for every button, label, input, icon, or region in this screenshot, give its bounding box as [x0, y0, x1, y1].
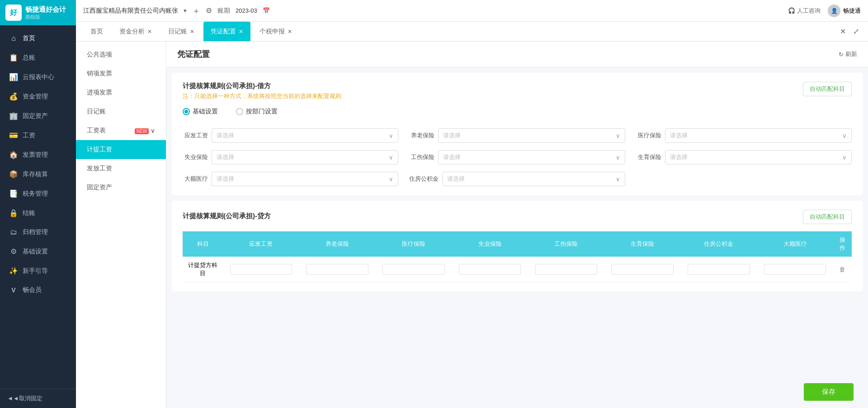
radio-dept-label: 按部门设置 [246, 108, 278, 116]
home-icon: ⌂ [9, 34, 18, 42]
chevron-down-icon: ∨ [389, 132, 393, 139]
chevron-down-icon: ∨ [616, 176, 620, 183]
settings-icon: ⚙ [9, 247, 18, 256]
page-header: 凭证配置 ↻ 刷新 [166, 42, 868, 67]
sidebar-item-home[interactable]: ⌂ 首页 [0, 29, 76, 48]
sidebar-item-invoice[interactable]: 🏠 发票管理 [0, 145, 76, 164]
settings-gear-icon[interactable]: ⚙ [206, 6, 212, 15]
chevron-down-icon: ∨ [842, 154, 847, 161]
input-医疗保险[interactable] [382, 264, 444, 275]
select-医疗保险[interactable]: 请选择 ∨ [665, 128, 852, 143]
left-menu-journal[interactable]: 日记账 [76, 102, 166, 121]
label-养老保险: 养老保险 [409, 131, 434, 140]
input-养老保险[interactable] [306, 264, 368, 275]
label-住房公积金: 住房公积金 [409, 175, 439, 183]
close-tab-button[interactable]: ✕ [838, 25, 848, 38]
sidebar-item-funds[interactable]: 💰 资金管理 [0, 87, 76, 106]
sidebar-item-archive[interactable]: 🗂 归档管理 [0, 223, 76, 242]
radio-dept[interactable]: 按部门设置 [236, 108, 278, 116]
left-menu-pay-salary[interactable]: 发放工资 [76, 159, 166, 178]
sidebar-item-reports[interactable]: 📊 云报表中心 [0, 67, 76, 87]
left-menu-calc-salary[interactable]: 计提工资 [76, 140, 166, 159]
save-button[interactable]: 保存 [804, 383, 854, 401]
sidebar-item-member[interactable]: V 畅会员 [0, 281, 76, 300]
select-养老保险[interactable]: 请选择 ∨ [438, 128, 625, 143]
tab-tax-close[interactable]: ✕ [288, 28, 292, 35]
field-医疗保险: 医疗保险 请选择 ∨ [636, 128, 852, 143]
sidebar-item-ledger[interactable]: 📋 总账 [0, 48, 76, 67]
left-menu-fixed-assets[interactable]: 固定资产 [76, 178, 166, 197]
left-menu-salary-table[interactable]: 工资表 NEW ∨ [76, 121, 166, 140]
logo-sub: 旗舰版 [25, 14, 66, 20]
service-button[interactable]: 🎧 人工咨询 [788, 7, 821, 15]
th-应发工资: 应发工资 [223, 231, 299, 257]
select-应发工资-placeholder: 请选择 [217, 131, 234, 140]
input-大额医疗[interactable] [764, 264, 826, 275]
salary-icon: 💳 [9, 131, 18, 140]
refresh-button[interactable]: ↻ 刷新 [839, 50, 857, 58]
credit-title: 计提核算规则(公司承担)-贷方 [183, 212, 271, 220]
sidebar-label-salary: 工资 [23, 131, 35, 140]
debit-auto-match-button[interactable]: 自动匹配科目 [803, 82, 852, 96]
select-住房公积金[interactable]: 请选择 ∨ [442, 172, 625, 186]
cell-失业保险 [452, 257, 528, 282]
delete-row-icon[interactable]: 🗑 [839, 266, 845, 273]
credit-auto-match-button[interactable]: 自动匹配科目 [803, 210, 852, 224]
tab-voucher[interactable]: 凭证配置 ✕ [203, 22, 250, 41]
cell-医疗保险 [376, 257, 452, 282]
tab-voucher-close[interactable]: ✕ [239, 28, 243, 35]
input-工伤保险[interactable] [535, 264, 597, 275]
input-应发工资[interactable] [230, 264, 292, 275]
left-menu-public[interactable]: 公共选项 [76, 45, 166, 64]
table-row: 计提贷方科目 🗑 [183, 257, 852, 282]
debit-section: 计提核算规则(公司承担)-借方 注：只能选择一种方式，系统将按照您当前的选择来配… [172, 73, 863, 195]
sidebar-label-assets: 固定资产 [23, 112, 48, 120]
maximize-tab-button[interactable]: ⤢ [851, 25, 861, 38]
tab-tax[interactable]: 个税申报 ✕ [252, 22, 299, 41]
closing-icon: 🔒 [9, 209, 18, 217]
company-dropdown-icon[interactable]: ▾ [184, 7, 187, 14]
input-失业保险[interactable] [459, 264, 521, 275]
main-area: 江西服宝精品有限责任公司内账张 ▾ ＋ ⚙ 账期 2023-03 📅 🎧 人工咨… [76, 0, 868, 408]
credit-table: 科目 应发工资 养老保险 医疗保险 失业保险 工伤保险 生育保险 住房公积金 大… [183, 231, 852, 282]
select-应发工资[interactable]: 请选择 ∨ [212, 128, 398, 143]
radio-basic-circle [183, 108, 190, 115]
tab-journal-close[interactable]: ✕ [190, 28, 194, 35]
tab-journal[interactable]: 日记账 ✕ [161, 22, 202, 41]
tab-funds[interactable]: 资金分析 ✕ [112, 22, 159, 41]
chevron-down-icon: ∨ [616, 154, 620, 161]
select-失业保险[interactable]: 请选择 ∨ [212, 150, 398, 164]
select-失业保险-placeholder: 请选择 [217, 153, 234, 161]
add-company-icon[interactable]: ＋ [192, 5, 200, 16]
sidebar-item-settings[interactable]: ⚙ 基础设置 [0, 242, 76, 261]
tab-funds-close[interactable]: ✕ [147, 28, 152, 35]
chevron-down-icon: ∨ [616, 132, 620, 139]
sidebar-item-inventory[interactable]: 📦 库存核算 [0, 164, 76, 184]
service-label: 人工咨询 [797, 7, 821, 15]
chevron-down-icon: ∨ [842, 132, 847, 139]
user-menu[interactable]: 👤 畅捷通 [828, 5, 861, 17]
th-生育保险: 生育保险 [604, 231, 681, 257]
select-生育保险[interactable]: 请选择 ∨ [665, 150, 852, 164]
field-应发工资: 应发工资 请选择 ∨ [183, 128, 398, 143]
sidebar-item-tax[interactable]: 📑 税务管理 [0, 184, 76, 203]
left-menu-sales[interactable]: 销项发票 [76, 64, 166, 83]
credit-section: 计提核算规则(公司承担)-贷方 自动匹配科目 科目 应发工资 养老保险 医疗保险… [172, 201, 863, 291]
tab-home[interactable]: 首页 [83, 22, 110, 41]
topbar: 江西服宝精品有限责任公司内账张 ▾ ＋ ⚙ 账期 2023-03 📅 🎧 人工咨… [76, 0, 868, 22]
input-住房公积金[interactable] [688, 264, 750, 275]
input-生育保险[interactable] [611, 264, 673, 275]
select-大额医疗[interactable]: 请选择 ∨ [212, 172, 398, 186]
select-工伤保险[interactable]: 请选择 ∨ [438, 150, 625, 164]
sidebar-item-closing[interactable]: 🔒 结账 [0, 203, 76, 223]
sidebar-item-assets[interactable]: 🏢 固定资产 [0, 106, 76, 126]
cell-养老保险 [299, 257, 376, 282]
calendar-icon[interactable]: 📅 [263, 7, 270, 14]
sidebar-item-guide[interactable]: ✨ 新手引导 [0, 261, 76, 281]
cell-住房公积金 [680, 257, 757, 282]
radio-basic[interactable]: 基础设置 [183, 108, 218, 116]
unpin-button[interactable]: ◄◄取消固定 [0, 389, 76, 408]
sidebar-item-salary[interactable]: 💳 工资 [0, 126, 76, 145]
left-menu-purchase[interactable]: 进项发票 [76, 83, 166, 102]
tab-journal-label: 日记账 [168, 28, 187, 36]
